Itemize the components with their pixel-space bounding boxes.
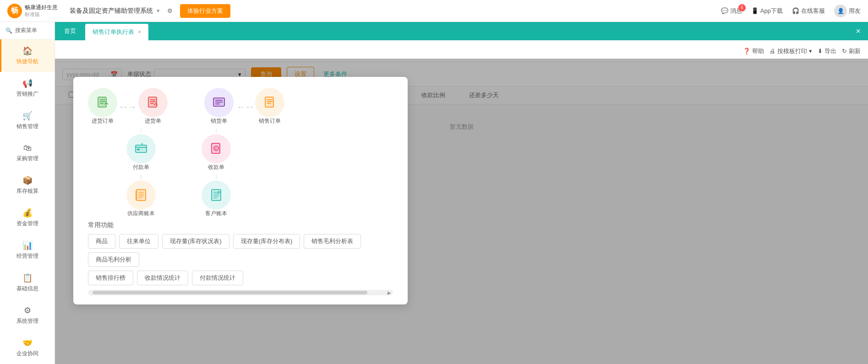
btn-inventory-dist[interactable]: 现存量(库存分布表)	[233, 234, 300, 249]
sidebar-item-enterprise[interactable]: 🤝 企业协同	[0, 331, 55, 364]
search-menu-button[interactable]: 🔍 搜索菜单	[0, 22, 55, 39]
export-button[interactable]: ⬇ 导出	[818, 47, 836, 55]
btn-sales-gross-analysis[interactable]: 销售毛利分析表	[304, 234, 361, 249]
common-section: 常用功能 商品 往来单位 现存量(库存状况表) 现存量(库存分布表) 销售毛利分…	[88, 221, 393, 285]
btn-inventory-status[interactable]: 现存量(库存状况表)	[162, 234, 229, 249]
header-right: 💬 消息 6 📱 App下载 🎧 在线客服 👤 用友	[721, 5, 861, 17]
sidebar-item-operation[interactable]: 📊 经营管理	[0, 234, 55, 266]
title-dropdown-icon[interactable]: ▾	[157, 7, 160, 14]
online-service-button[interactable]: 🎧 在线客服	[792, 7, 825, 15]
sidebar-item-finance[interactable]: 💰 资金管理	[0, 201, 55, 234]
customer-ledger-circle[interactable]	[202, 180, 231, 210]
flow-receipt-col: ↓ ¥ 收款单	[202, 125, 231, 171]
tab-home[interactable]: 首页	[55, 22, 85, 40]
message-button[interactable]: 💬 消息 6	[721, 7, 742, 15]
home-icon: 🏠	[22, 46, 33, 56]
export-icon: ⬇	[818, 48, 823, 54]
btn-receipt-stats[interactable]: 收款情况统计	[137, 271, 188, 285]
svg-rect-35	[135, 190, 137, 200]
tabs-bar: 首页 销售订单执行表 × ×	[55, 22, 868, 40]
arrow-sb-to-receipt: ↓	[215, 126, 218, 133]
btn-sales-rank[interactable]: 销售排行榜	[88, 271, 133, 285]
arrow-po-to-pb: - - →	[117, 102, 138, 125]
flow-row-1: 进货订单 - - →	[88, 88, 393, 125]
operation-icon: 📊	[22, 240, 33, 250]
app-download-button[interactable]: 📱 App下载	[751, 7, 783, 15]
close-main-icon[interactable]: ×	[856, 27, 861, 36]
flow-item-purchase-order: 进货订单	[88, 88, 117, 125]
tab-close-button[interactable]: ×	[138, 29, 141, 35]
flow-customer-col: ↓ 客户账本	[202, 171, 231, 217]
print-dropdown-icon: ▾	[809, 48, 812, 54]
user-button[interactable]: 👤 用友	[834, 5, 861, 17]
active-indicator	[0, 39, 1, 72]
tab-sales-execution[interactable]: 销售订单执行表 ×	[85, 24, 148, 40]
headset-icon: 🎧	[792, 7, 799, 14]
arrow-so-to-sb: ← - -	[234, 102, 255, 125]
sales-icon: 🛒	[22, 111, 33, 121]
top-header: 畅 畅康通好生意 标准版 装备及固定资产辅助管理系统 ▾ ⚙ 体验行业方案 💬 …	[0, 0, 868, 22]
sidebar-item-sales[interactable]: 🛒 销售管理	[0, 104, 55, 137]
system-title-text: 装备及固定资产辅助管理系统	[70, 7, 153, 15]
system-icon: ⚙	[24, 305, 31, 315]
help-button[interactable]: ❓ 帮助	[743, 47, 764, 55]
enterprise-icon: 🤝	[22, 338, 33, 348]
flow-item-purchase-bill: 进货单	[138, 88, 168, 125]
scroll-right-arrow[interactable]: ▶	[388, 290, 391, 295]
sidebar-item-inventory[interactable]: 📦 库存核算	[0, 169, 55, 201]
flow-row-3: ↓ 供应商账本	[88, 171, 393, 217]
sale-bill-circle[interactable]	[204, 88, 234, 117]
arrow-payment-to-supplier: ↓	[140, 172, 143, 179]
sidebar-item-quick[interactable]: 🏠 快捷导航	[0, 39, 55, 72]
scroll-bar[interactable]: ▶	[88, 290, 393, 295]
sale-order-circle[interactable]	[255, 88, 284, 117]
message-icon: 💬	[721, 7, 728, 14]
sidebar: 🔍 搜索菜单 🏠 快捷导航 📢 营销推广 🛒 销售管理 🛍 采购管理 📦 库存核…	[0, 22, 55, 364]
gear-button[interactable]: ⚙	[164, 5, 176, 17]
main-content: 首页 销售订单执行表 × × ❓ 帮助 🖨 按模板打印 ▾ ⬇ 导出	[55, 22, 868, 364]
receipt-circle[interactable]: ¥	[202, 134, 231, 163]
message-badge: 6	[738, 4, 746, 11]
common-btns-row2: 销售排行榜 收款情况统计 付款情况统计	[88, 271, 393, 285]
logo-text: 畅康通好生意 标准版	[25, 4, 58, 18]
btn-goods[interactable]: 商品	[88, 234, 115, 249]
btn-payment-stats[interactable]: 付款情况统计	[192, 271, 243, 285]
arrow-receipt-to-customer: ↓	[215, 172, 218, 179]
svg-text:¥: ¥	[141, 142, 143, 146]
modal-card: 进货订单 - - →	[73, 77, 408, 304]
inventory-icon: 📦	[22, 175, 33, 185]
search-icon: 🔍	[5, 27, 12, 34]
logo-area: 畅 畅康通好生意 标准版	[7, 4, 62, 18]
purchase-order-circle[interactable]	[88, 88, 117, 117]
svg-rect-29	[136, 190, 146, 201]
basic-icon: 📋	[22, 273, 33, 283]
flow-payment-col: ↓ ¥ 付款单	[126, 125, 156, 171]
print-icon: 🖨	[770, 48, 775, 54]
sidebar-item-purchase[interactable]: 🛍 采购管理	[0, 137, 55, 169]
btn-counterpart[interactable]: 往来单位	[119, 234, 158, 249]
svg-point-42	[218, 191, 220, 194]
logo-icon: 畅	[7, 4, 22, 18]
svg-rect-20	[136, 145, 147, 152]
sidebar-item-basic[interactable]: 📋 基础信息	[0, 266, 55, 299]
experience-button[interactable]: 体验行业方案	[180, 4, 230, 18]
flow-item-sale-bill: 销货单	[204, 88, 234, 125]
payment-circle[interactable]: ¥	[126, 134, 156, 163]
purchase-bill-circle[interactable]	[138, 88, 168, 117]
avatar: 👤	[834, 5, 847, 17]
sidebar-item-marketing[interactable]: 📢 营销推广	[0, 72, 55, 104]
supplier-ledger-circle[interactable]	[126, 180, 156, 210]
refresh-icon: ↻	[842, 48, 847, 54]
phone-icon: 📱	[751, 7, 759, 14]
scroll-thumb	[93, 291, 367, 294]
btn-goods-gross[interactable]: 商品毛利分析	[88, 252, 139, 267]
arrow-pb-to-payment: ↓	[140, 126, 143, 133]
marketing-icon: 📢	[22, 78, 33, 88]
print-button[interactable]: 🖨 按模板打印 ▾	[770, 47, 812, 55]
refresh-button[interactable]: ↻ 刷新	[842, 47, 861, 55]
sidebar-item-system[interactable]: ⚙ 系统管理	[0, 299, 55, 331]
common-title: 常用功能	[88, 221, 393, 229]
flow-supplier-col: ↓ 供应商账本	[126, 171, 156, 217]
svg-rect-5	[148, 97, 157, 107]
finance-icon: 💰	[22, 208, 33, 218]
